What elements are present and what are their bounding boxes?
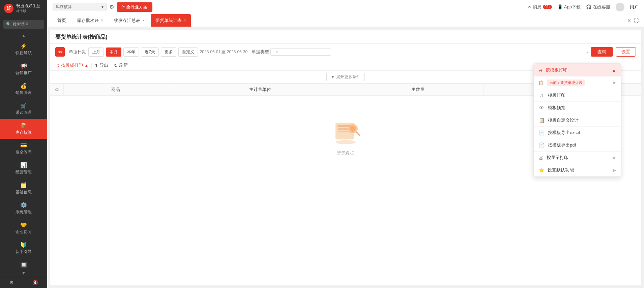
- top-bar-left: 库存核算 ▾ ⚙ 体验行业方案: [53, 2, 524, 12]
- template-preview-item[interactable]: 👁 模板预览: [534, 102, 621, 114]
- tab-home[interactable]: 首页: [53, 14, 71, 27]
- template-print-item[interactable]: 🖨 模板打印: [534, 89, 621, 102]
- filter-toggle-btn[interactable]: ≫: [55, 47, 65, 57]
- svg-rect-4: [338, 131, 350, 132]
- app-download-btn[interactable]: 📱 App下载: [557, 4, 581, 10]
- current-label: 当前：要货单统计表: [549, 80, 583, 85]
- tab-close-icon[interactable]: ×: [184, 18, 186, 23]
- template-design-item[interactable]: 📋 模板自定义设计: [534, 114, 621, 127]
- query-btn[interactable]: 查询: [591, 47, 613, 57]
- print-btn[interactable]: 🖨 按模板打印 ▲: [55, 62, 89, 68]
- app-download-label: App下载: [564, 4, 581, 10]
- display-print-label: 按显示打印: [547, 155, 568, 161]
- template-design-label: 模板自定义设计: [548, 117, 579, 123]
- messages-label: 消息: [533, 4, 541, 10]
- settings-footer-btn[interactable]: ⚙: [9, 280, 14, 285]
- download-icon: 📱: [557, 4, 563, 9]
- sidebar-item-shortcut[interactable]: ⚡ 快捷导航: [0, 39, 47, 59]
- current-badge: 当前：要货单统计表: [547, 79, 585, 86]
- sidebar-item-system[interactable]: ⚙️ 系统管理: [0, 198, 47, 218]
- order-type-label: 单据类型: [252, 49, 269, 55]
- svg-point-6: [350, 126, 356, 132]
- more-options-btn[interactable]: ···: [584, 50, 588, 55]
- tab-order-stats[interactable]: 要货单统计表 ×: [151, 14, 191, 27]
- refresh-icon: ↻: [114, 63, 118, 68]
- refresh-btn[interactable]: ↻ 刷新: [114, 62, 128, 68]
- tab-collection-summary-label: 收发存汇总表: [114, 18, 140, 24]
- dropdown-header[interactable]: 🖨 按模板打印 ▲: [534, 64, 621, 76]
- order-type-filter: 单据类型 ▾: [252, 49, 331, 56]
- toggle-icon: ≫: [58, 49, 63, 55]
- basic-icon: 🗂️: [20, 182, 27, 188]
- close-window-btn[interactable]: ✕: [627, 18, 631, 23]
- apps-icon: 🔲: [20, 261, 27, 268]
- sidebar-item-label: 新手引导: [16, 249, 32, 255]
- table-settings-icon[interactable]: ⚙: [55, 87, 59, 92]
- logo-text-block: 畅捷通好生意 标准版: [16, 3, 40, 13]
- breadcrumb-input[interactable]: 库存核算 ▾: [53, 3, 107, 11]
- export-pdf-item[interactable]: 📄 按模板导出pdf: [534, 139, 621, 152]
- col-quantity: 主数量: [352, 84, 484, 96]
- sidebar-item-label: 基础信息: [16, 189, 32, 195]
- mute-footer-btn[interactable]: 🔇: [32, 280, 38, 285]
- industry-btn[interactable]: 体验行业方案: [117, 2, 152, 12]
- maximize-window-btn[interactable]: ⛶: [634, 18, 639, 23]
- default-func-item[interactable]: ⭐ 设置默认功能 ▶: [534, 164, 621, 177]
- scroll-up-btn[interactable]: ▲: [0, 32, 47, 39]
- top-bar: 库存核算 ▾ ⚙ 体验行业方案 ✉ 消息 99+ 📱 App下载 🎧 在线客服 …: [47, 0, 644, 14]
- sidebar-item-basic[interactable]: 🗂️ 基础信息: [0, 179, 47, 198]
- user-avatar[interactable]: [616, 3, 624, 11]
- sidebar-item-collab[interactable]: 🤝 企业协同: [0, 218, 47, 238]
- current-template-item[interactable]: 📋 当前：要货单统计表 ▶: [534, 76, 621, 89]
- chevron-up-icon: ▲: [612, 68, 616, 73]
- sidebar-item-operations[interactable]: 📊 经营管理: [0, 159, 47, 179]
- date-btn-this-month[interactable]: 本月: [106, 47, 121, 57]
- sidebar-item-inventory[interactable]: 📦 库存核算: [0, 119, 47, 139]
- order-type-select[interactable]: ▾: [270, 49, 331, 56]
- chevron-right-icon-2: ▶: [613, 156, 616, 160]
- display-print-left: 🖨 按显示打印: [538, 155, 568, 161]
- content-area: 要货单统计表(按商品) ≫ 单据日期 上月 本月 本年 近7天 更多 自定义 2…: [50, 30, 641, 285]
- inventory-icon: 📦: [20, 122, 27, 129]
- date-btn-custom[interactable]: 自定义: [178, 47, 198, 57]
- tab-close-icon[interactable]: ×: [101, 18, 103, 23]
- sidebar-item-sales[interactable]: 💰 销售管理: [0, 79, 47, 99]
- tab-inventory-batch[interactable]: 库存批次账 ×: [72, 14, 108, 27]
- tab-home-label: 首页: [57, 18, 66, 24]
- messages-btn[interactable]: ✉ 消息 99+: [528, 4, 552, 10]
- tab-close-icon[interactable]: ×: [142, 18, 145, 23]
- sidebar-item-marketing[interactable]: 📢 营销推广: [0, 59, 47, 79]
- chevron-up-icon: ▲: [84, 63, 89, 68]
- date-btn-7days[interactable]: 近7天: [141, 47, 159, 57]
- current-template-left: 📋 当前：要货单统计表: [538, 79, 585, 86]
- chevron-down-icon: ▾: [276, 50, 278, 54]
- export-excel-item[interactable]: 📄 按模板导出excel: [534, 127, 621, 139]
- expand-more-btn[interactable]: ▼ 展开更多条件: [326, 73, 365, 81]
- col-settings[interactable]: ⚙: [50, 84, 64, 96]
- user-name[interactable]: 用户: [630, 4, 639, 10]
- tabs-right: ✕ ⛶: [627, 18, 639, 23]
- tab-collection-summary[interactable]: 收发存汇总表 ×: [109, 14, 149, 27]
- sidebar-search[interactable]: 🔍 搜索菜单: [3, 20, 44, 29]
- date-btn-last-month[interactable]: 上月: [88, 47, 104, 57]
- settings-btn[interactable]: 设置: [616, 47, 636, 57]
- sidebar-item-purchase[interactable]: 🛒 采购管理: [0, 99, 47, 119]
- online-service-btn[interactable]: 🎧 在线客服: [586, 4, 610, 10]
- sidebar-item-apps[interactable]: 🔲 应用中心: [0, 258, 47, 269]
- date-label: 单据日期: [69, 49, 86, 55]
- marketing-icon: 📢: [20, 63, 27, 69]
- template-icon: 📋: [538, 80, 544, 85]
- refresh-label: 刷新: [119, 62, 128, 68]
- export-btn[interactable]: ⬆ 导出: [94, 62, 108, 68]
- date-btn-more[interactable]: 更多: [161, 47, 176, 57]
- scroll-down-btn[interactable]: ▼: [0, 269, 47, 277]
- sidebar-item-finance[interactable]: 💳 资金管理: [0, 139, 47, 159]
- export-pdf-label: 按模板导出pdf: [548, 142, 576, 148]
- display-print-item[interactable]: 🖨 按显示打印 ▶: [534, 152, 621, 164]
- topbar-gear-btn[interactable]: ⚙: [109, 4, 114, 10]
- col-unit: 主计量单位: [168, 84, 352, 96]
- sidebar-item-guide[interactable]: 🔰 新手引导: [0, 238, 47, 258]
- date-btn-this-year[interactable]: 本年: [123, 47, 139, 57]
- col-product: 商品: [64, 84, 168, 96]
- default-func-label: 设置默认功能: [548, 167, 574, 173]
